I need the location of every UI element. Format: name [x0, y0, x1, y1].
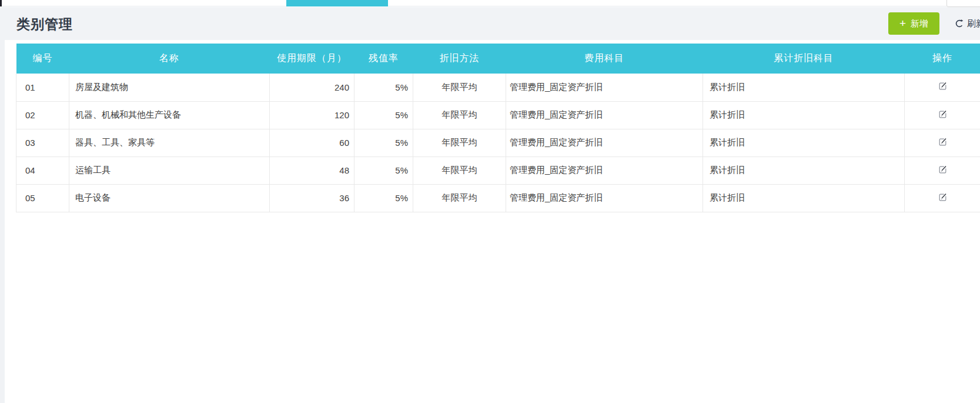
edit-square-pencil-icon [938, 165, 948, 176]
cell-method: 年限平均 [413, 129, 506, 156]
cell-months: 120 [270, 101, 354, 129]
cell-accum-account: 累计折旧 [703, 74, 905, 101]
app-screen: 类别管理 + 新增 刷新 [0, 0, 980, 403]
col-header-method: 折旧方法 [413, 44, 506, 74]
cell-method: 年限平均 [413, 156, 506, 184]
cell-months: 36 [270, 184, 354, 212]
cell-name: 运输工具 [69, 156, 270, 184]
edit-square-pencil-icon [938, 81, 948, 93]
col-header-months: 使用期限（月） [270, 44, 354, 74]
edit-square-pencil-icon [938, 109, 948, 121]
col-header-code: 编号 [16, 44, 69, 74]
cell-code: 05 [16, 184, 69, 212]
cell-code: 03 [16, 129, 69, 156]
col-header-expense: 费用科目 [506, 44, 703, 74]
cell-rate: 5% [354, 74, 413, 101]
cell-name: 电子设备 [69, 184, 270, 212]
col-header-name: 名称 [69, 44, 270, 74]
title-bar: 类别管理 + 新增 刷新 [0, 7, 980, 40]
cell-rate: 5% [354, 129, 413, 156]
edit-button[interactable] [936, 164, 949, 178]
table-row: 04 运输工具 48 5% 年限平均 管理费用_固定资产折旧 累计折旧 [16, 156, 980, 184]
cell-rate: 5% [354, 156, 413, 184]
add-button-label: 新增 [911, 18, 928, 29]
edit-button[interactable] [936, 108, 949, 122]
cell-name: 器具、工具、家具等 [69, 129, 270, 156]
cell-expense-account: 管理费用_固定资产折旧 [506, 101, 703, 129]
cell-rate: 5% [354, 101, 413, 129]
cell-expense-account: 管理费用_固定资产折旧 [506, 129, 703, 156]
title-actions: + 新增 刷新 [888, 7, 980, 40]
page-title: 类别管理 [16, 15, 73, 34]
top-strip [0, 0, 980, 6]
active-tab-indicator[interactable] [286, 0, 388, 6]
plus-icon: + [899, 18, 906, 29]
refresh-button[interactable]: 刷新 [955, 18, 980, 29]
add-button[interactable]: + 新增 [888, 12, 939, 35]
cell-months: 60 [270, 129, 354, 156]
table-row: 05 电子设备 36 5% 年限平均 管理费用_固定资产折旧 累计折旧 [16, 184, 980, 212]
cell-name: 房屋及建筑物 [69, 74, 270, 101]
window-edge [0, 0, 2, 6]
cell-accum-account: 累计折旧 [703, 101, 905, 129]
edit-button[interactable] [936, 136, 949, 150]
cell-code: 04 [16, 156, 69, 184]
edit-square-pencil-icon [938, 192, 948, 204]
table-row: 03 器具、工具、家具等 60 5% 年限平均 管理费用_固定资产折旧 累计折旧 [16, 129, 980, 156]
cell-expense-account: 管理费用_固定资产折旧 [506, 156, 703, 184]
col-header-action: 操作 [905, 44, 980, 74]
table-header-row: 编号 名称 使用期限（月） 残值率 折旧方法 费用科目 累计折旧科目 操作 [16, 44, 980, 74]
cell-method: 年限平均 [413, 101, 506, 129]
category-table: 编号 名称 使用期限（月） 残值率 折旧方法 费用科目 累计折旧科目 操作 01… [16, 44, 980, 212]
col-header-rate: 残值率 [354, 44, 413, 74]
edit-button[interactable] [936, 80, 949, 94]
cell-method: 年限平均 [413, 74, 506, 101]
cell-months: 48 [270, 156, 354, 184]
cell-rate: 5% [354, 184, 413, 212]
category-table-wrap: 编号 名称 使用期限（月） 残值率 折旧方法 费用科目 累计折旧科目 操作 01… [16, 44, 980, 212]
refresh-button-label: 刷新 [967, 18, 980, 29]
col-header-accum: 累计折旧科目 [703, 44, 905, 74]
edit-button[interactable] [936, 191, 949, 205]
left-gutter [0, 7, 5, 403]
cell-code: 01 [16, 74, 69, 101]
cell-method: 年限平均 [413, 184, 506, 212]
cell-code: 02 [16, 101, 69, 129]
top-right-panel-fragment [946, 0, 980, 7]
cell-expense-account: 管理费用_固定资产折旧 [506, 184, 703, 212]
cell-name: 机器、机械和其他生产设备 [69, 101, 270, 129]
cell-months: 240 [270, 74, 354, 101]
cell-accum-account: 累计折旧 [703, 129, 905, 156]
table-row: 01 房屋及建筑物 240 5% 年限平均 管理费用_固定资产折旧 累计折旧 [16, 74, 980, 101]
refresh-icon [955, 19, 964, 28]
cell-expense-account: 管理费用_固定资产折旧 [506, 74, 703, 101]
table-row: 02 机器、机械和其他生产设备 120 5% 年限平均 管理费用_固定资产折旧 … [16, 101, 980, 129]
cell-accum-account: 累计折旧 [703, 156, 905, 184]
edit-square-pencil-icon [938, 137, 948, 149]
cell-accum-account: 累计折旧 [703, 184, 905, 212]
